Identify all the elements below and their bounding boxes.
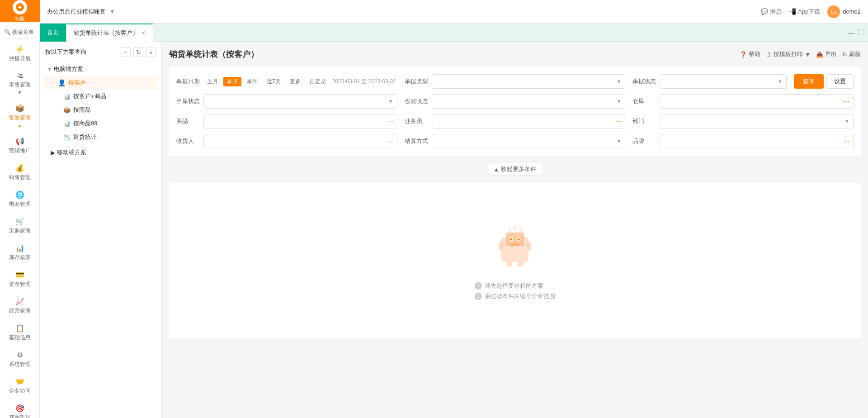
date-tab-last-month[interactable]: 上月 [203,77,222,86]
salesman-select[interactable]: ··· [432,114,626,128]
settlement-select[interactable]: ▼ [432,134,626,148]
filter-settlement: 结算方式 ▼ [405,134,626,148]
sidebar-item-retail[interactable]: 🛍 零售管理 ▼ [0,67,39,100]
message-button[interactable]: 💬 消息 [761,8,782,16]
doc-status-select[interactable]: ▼ [660,74,787,89]
left-panel-header: 按以下方案查询 ＋ ↻ « [40,42,161,61]
customer-goods-icon: 📊 [63,93,71,100]
sidebar-item-newbie[interactable]: 🎯 新手引导 [0,399,39,418]
warehouse-dots-icon[interactable]: ··· [844,97,849,105]
right-panel-inner: 销货单统计表（按客户） ❓ 帮助 🖨 按模板打印 ▼ 📤 [162,42,868,345]
search-menu-button[interactable]: 🔍 搜索菜单 [3,26,35,38]
salesman-dots-icon[interactable]: ··· [615,117,621,125]
receiver-dots-icon[interactable]: ··· [387,137,393,145]
sidebar-item-operations[interactable]: 📈 经营管理 [0,293,39,319]
sidebar-item-shortcut[interactable]: ⚡ 快捷导航 [0,40,39,67]
date-tab-this-month[interactable]: 本月 [223,77,241,86]
receiver-select[interactable]: ··· [203,134,397,148]
tab-maximize-icon[interactable]: ⛶ [858,29,864,36]
sidebar-item-purchase[interactable]: 🛒 采购管理 [0,213,39,239]
filter-salesman: 业务员 ··· [405,114,626,128]
retail-arrow: ▼ [18,90,22,95]
operations-icon: 📈 [15,297,24,306]
collapse-panel-button[interactable]: « [146,47,156,57]
newbie-icon: 🎯 [15,404,24,413]
topbar: 办公用品行业模拟账套 ▼ 💬 消息 📲 App下载 Ea demo2 [40,0,868,24]
warehouse-label: 仓库 [632,97,656,105]
tree-item-by-customer[interactable]: 👤 按客户 [43,76,158,90]
tab-home[interactable]: 首页 [40,24,66,42]
ecommerce-icon: 🌐 [15,190,24,199]
topbar-dropdown-icon[interactable]: ▼ [109,8,115,15]
department-select[interactable]: ▼ [660,114,854,128]
filter-row-3: 商品 ··· 业务员 ··· [176,114,854,128]
sidebar-item-basic[interactable]: 📋 基础信息 [0,319,39,346]
brand-label: 品牌 [632,137,656,145]
collapse-button[interactable]: ▲ 收起更多条件 [486,163,544,176]
tree-item-by-customer-goods[interactable]: 📊 按客户+商品 [43,90,158,103]
left-panel-title: 按以下方案查询 [45,48,86,56]
sidebar-item-wholesale[interactable]: 📦 批发管理 ▲ [0,100,39,133]
logo[interactable]: 标版 [0,0,40,22]
goods-icon: 📦 [63,107,71,114]
refresh-button[interactable]: ↻ 刷新 [842,50,861,58]
mobile-group-header[interactable]: ▶ 移动端方案 [47,146,154,159]
svg-point-13 [513,225,517,231]
inventory-icon: 📊 [15,244,24,252]
print-button[interactable]: 🖨 按模板打印 ▼ [766,50,811,58]
doc-status-chevron-icon: ▼ [778,79,783,84]
out-status-select[interactable]: ▼ [203,94,397,109]
tip-num-2: 2 [475,293,482,300]
tab-sales-stat[interactable]: 销货单统计表（按客户） ✕ [66,24,153,42]
user-menu[interactable]: Ea demo2 [827,5,861,18]
sidebar-item-enterprise[interactable]: 🤝 企业协同 [0,373,39,399]
sidebar-item-system[interactable]: ⚙ 系统管理 [0,346,39,373]
goods-select[interactable]: ··· [203,114,397,128]
receiver-label: 收货人 [176,137,200,145]
help-button[interactable]: ❓ 帮助 [740,50,760,58]
username: demo2 [843,8,861,15]
desktop-group-header[interactable]: ▼ 电脑端方案 [43,62,158,76]
tab-close-icon[interactable]: ✕ [141,30,146,36]
filter-warehouse: 仓库 ··· [632,94,854,109]
filter-brand: 品牌 ··· [632,134,854,148]
sidebar-item-finance[interactable]: 💳 资金管理 [0,266,39,293]
sidebar-item-marketing[interactable]: 📢 营销推广 [0,133,39,159]
filter-out-status: 出库状态 ▼ [176,94,397,109]
filter-date: 单据日期 上月 本月 本年 近7天 更多 自定义 20 [176,74,397,89]
svg-rect-10 [507,262,512,266]
receive-status-select[interactable]: ▼ [432,94,626,109]
sidebar-item-inventory[interactable]: 📊 库存核算 [0,239,39,266]
set-button[interactable]: 设置 [826,74,854,89]
tree-item-return-stat[interactable]: 📉 退货统计 [43,130,158,144]
date-tab-this-year[interactable]: 本年 [243,77,261,86]
add-scheme-button[interactable]: ＋ [121,47,131,57]
date-tab-last-7[interactable]: 近7天 [263,77,284,86]
query-button[interactable]: 查询 [794,74,824,89]
doc-type-select[interactable]: ▼ [432,74,626,89]
sidebar-item-sales[interactable]: 💰 销售管理 [0,159,39,186]
mobile-group: ▶ 移动端方案 [43,144,158,161]
tree-item-by-goods[interactable]: 📦 按商品 [43,103,158,117]
brand-dots-icon[interactable]: ··· [844,137,849,145]
wholesale-icon: 📦 [15,104,24,113]
desktop-toggle-icon: ▼ [47,66,52,72]
app-download-button[interactable]: 📲 App下载 [789,8,820,16]
refresh-scheme-button[interactable]: ↻ [133,47,143,57]
tree-item-by-goods-99[interactable]: 📊 按商品99 [43,117,158,130]
logo-text: 标版 [15,15,25,22]
filter-goods: 商品 ··· [176,114,397,128]
date-tab-more[interactable]: 更多 [286,77,304,86]
warehouse-select[interactable]: ··· [660,94,854,109]
brand-select[interactable]: ··· [660,134,854,148]
page-actions: ❓ 帮助 🖨 按模板打印 ▼ 📤 导出 ↻ [740,50,861,58]
date-tab-custom[interactable]: 自定义 [306,77,330,86]
export-button[interactable]: 📤 导出 [816,50,837,58]
goods-dots-icon[interactable]: ··· [387,117,393,125]
sidebar-item-ecommerce[interactable]: 🌐 电商管理 [0,186,39,213]
page-title: 销货单统计表（按客户） [169,49,259,60]
basic-icon: 📋 [15,324,24,332]
tab-minimize-icon[interactable]: — [848,29,854,36]
out-status-chevron-icon: ▼ [388,99,393,104]
svg-rect-11 [518,262,523,266]
